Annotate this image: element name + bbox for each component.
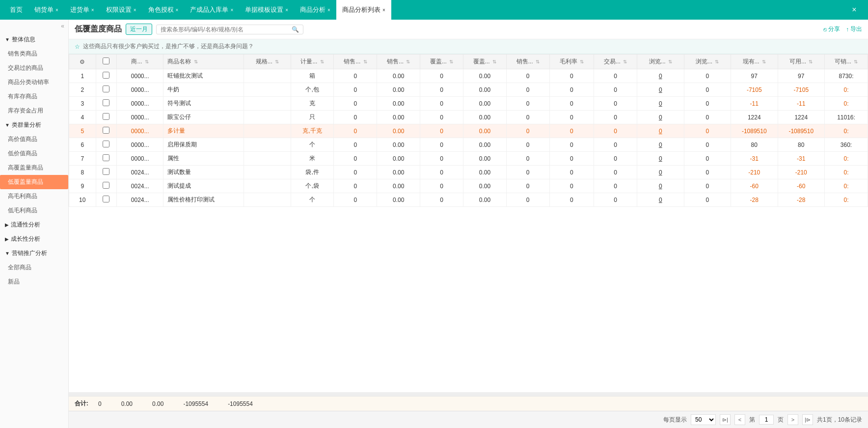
sort-trans-icon[interactable]: ⇅	[623, 59, 627, 64]
browse1-link[interactable]: 0	[659, 100, 662, 107]
cell-name[interactable]: 测试提成	[163, 179, 244, 193]
cell-browse1[interactable]: 0	[637, 166, 684, 179]
sidebar-collapse-button[interactable]: «	[0, 20, 68, 32]
last-page-button[interactable]: |⊳	[802, 414, 813, 425]
cell-check[interactable]	[96, 97, 116, 111]
sidebar-group-flow[interactable]: ▶ 流通性分析	[0, 218, 68, 232]
row-checkbox[interactable]	[103, 182, 109, 189]
sidebar-item-all-products[interactable]: 全部商品	[0, 260, 68, 275]
row-checkbox[interactable]	[103, 113, 109, 120]
cell-browse1[interactable]: 0	[637, 83, 684, 97]
browse1-link[interactable]: 0	[659, 169, 662, 176]
nav-production[interactable]: 产成品入库单 ×	[184, 0, 239, 20]
prev-page-button[interactable]: <	[734, 414, 745, 425]
nav-purchase-close[interactable]: ×	[91, 7, 94, 13]
row-checkbox[interactable]	[103, 99, 109, 106]
nav-sales[interactable]: 销货单 ×	[28, 0, 64, 20]
sort-sales1-icon[interactable]: ⇅	[363, 59, 367, 64]
col-header-curr[interactable]: 现有... ⇅	[731, 55, 778, 69]
col-header-sales3[interactable]: 销售... ⇅	[506, 55, 549, 69]
cell-browse1[interactable]: 0	[637, 152, 684, 166]
nav-permission[interactable]: 权限设置 ×	[100, 0, 142, 20]
cell-name[interactable]: 属性	[163, 152, 244, 166]
sort-code-icon[interactable]: ⇅	[145, 59, 149, 64]
col-header-avail[interactable]: 可用... ⇅	[778, 55, 825, 69]
col-header-name[interactable]: 商品名称 ⇅	[163, 55, 244, 69]
row-checkbox[interactable]	[103, 196, 109, 202]
nav-analysis-list-close[interactable]: ×	[382, 7, 385, 13]
nav-production-close[interactable]: ×	[230, 7, 233, 13]
sidebar-group-growth[interactable]: ▶ 成长性分析	[0, 232, 68, 246]
cell-browse1[interactable]: 0	[637, 138, 684, 152]
col-header-sales2[interactable]: 销售... ⇅	[377, 55, 420, 69]
nav-analysis[interactable]: 商品分析 ×	[294, 0, 336, 20]
export-button[interactable]: ↑ 导出	[846, 25, 862, 33]
nav-sales-close[interactable]: ×	[55, 7, 58, 13]
row-checkbox[interactable]	[103, 72, 109, 79]
col-header-cover1[interactable]: 覆盖... ⇅	[420, 55, 463, 69]
sort-cover1-icon[interactable]: ⇅	[449, 59, 453, 64]
sort-sales2-icon[interactable]: ⇅	[406, 59, 410, 64]
sidebar-group-overall[interactable]: ▼ 整体信息	[0, 32, 68, 47]
col-header-gross[interactable]: 毛利率 ⇅	[549, 55, 594, 69]
cell-name[interactable]: 眼宝公仔	[163, 111, 244, 124]
sort-avail-icon[interactable]: ⇅	[809, 59, 813, 64]
sidebar-item-low-coverage[interactable]: 低覆盖量商品	[0, 175, 68, 189]
nav-template-close[interactable]: ×	[285, 7, 288, 13]
sort-sales3-icon[interactable]: ⇅	[536, 59, 540, 64]
cell-check[interactable]	[96, 152, 116, 166]
col-header-spec[interactable]: 规格... ⇅	[244, 55, 291, 69]
sort-unit-icon[interactable]: ⇅	[320, 59, 324, 64]
sort-spec-icon[interactable]: ⇅	[275, 59, 279, 64]
settings-icon[interactable]: ⚙	[80, 58, 85, 65]
cell-name[interactable]: 符号测试	[163, 97, 244, 111]
sidebar-group-category[interactable]: ▼ 类群量分析	[0, 118, 68, 132]
page-size-select[interactable]: 50 10 20 100	[691, 414, 716, 425]
sidebar-group-marketing[interactable]: ▼ 营销推广分析	[0, 246, 68, 260]
col-header-browse1[interactable]: 浏览... ⇅	[637, 55, 684, 69]
row-checkbox[interactable]	[103, 141, 109, 147]
select-all-checkbox[interactable]	[103, 57, 109, 64]
col-header-browse2[interactable]: 浏览... ⇅	[684, 55, 731, 69]
browse1-link[interactable]: 0	[659, 114, 662, 121]
cell-browse1[interactable]: 0	[637, 69, 684, 83]
col-header-sale[interactable]: 可销... ⇅	[825, 55, 868, 69]
cell-check[interactable]	[96, 124, 116, 138]
row-checkbox[interactable]	[103, 168, 109, 175]
sidebar-item-low-value[interactable]: 低价值商品	[0, 146, 68, 161]
cell-browse1[interactable]: 0	[637, 193, 684, 207]
sidebar-item-high-gross[interactable]: 高毛利商品	[0, 189, 68, 203]
nav-purchase[interactable]: 进货单 ×	[64, 0, 100, 20]
cell-name[interactable]: 属性价格打印测试	[163, 193, 244, 207]
cell-check[interactable]	[96, 138, 116, 152]
sort-curr-icon[interactable]: ⇅	[762, 59, 766, 64]
nav-template[interactable]: 单据模板设置 ×	[239, 0, 294, 20]
row-checkbox[interactable]	[103, 86, 109, 92]
col-header-cover2[interactable]: 覆盖... ⇅	[463, 55, 506, 69]
cell-browse1[interactable]: 0	[637, 97, 684, 111]
search-input[interactable]	[161, 26, 292, 33]
current-page-input[interactable]	[759, 415, 774, 425]
browse1-link[interactable]: 0	[659, 73, 662, 80]
table-container[interactable]: ⚙ 商... ⇅ 商品名称 ⇅	[69, 54, 868, 392]
browse1-link[interactable]: 0	[659, 142, 662, 148]
nav-home[interactable]: 首页	[4, 0, 28, 20]
cell-name[interactable]: 牛奶	[163, 83, 244, 97]
sidebar-item-traded-products[interactable]: 交易过的商品	[0, 61, 68, 75]
sidebar-item-stock-fund[interactable]: 库存资金占用	[0, 104, 68, 118]
filter-recent-month-button[interactable]: 近一月	[126, 24, 152, 35]
browse1-link[interactable]: 0	[659, 128, 662, 135]
nav-role-close[interactable]: ×	[176, 7, 179, 13]
browse1-link[interactable]: 0	[659, 183, 662, 190]
window-close-button[interactable]: ×	[844, 0, 864, 20]
col-header-trans[interactable]: 交易... ⇅	[594, 55, 637, 69]
sort-name-icon[interactable]: ⇅	[194, 59, 198, 64]
sidebar-item-in-stock[interactable]: 有库存商品	[0, 89, 68, 104]
search-box[interactable]: 🔍	[156, 25, 303, 34]
cell-check[interactable]	[96, 111, 116, 124]
cell-name[interactable]: 旺铺批次测试	[163, 69, 244, 83]
cell-check[interactable]	[96, 166, 116, 179]
cell-browse1[interactable]: 0	[637, 124, 684, 138]
sidebar-item-high-value[interactable]: 高价值商品	[0, 132, 68, 146]
row-checkbox[interactable]	[103, 127, 109, 134]
